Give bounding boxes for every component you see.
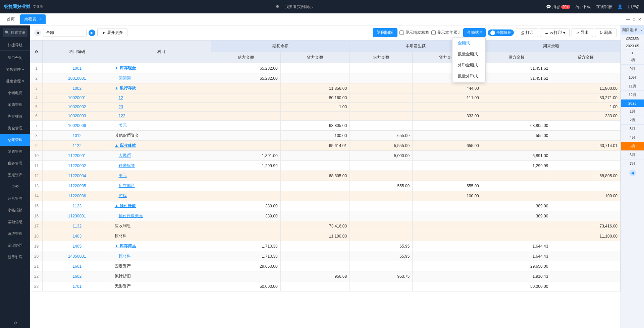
return-old-btn[interactable]: 返回旧版 (373, 28, 397, 37)
amount-style-btn[interactable]: 金额式 ^ (463, 28, 486, 37)
settings-icon[interactable]: ⚙ (276, 4, 279, 9)
sidebar-item-inventory[interactable]: 库存核算 (0, 111, 30, 122)
table-row[interactable]: 23 1701 无形资产 50,000.00 50,000.00 (31, 281, 621, 291)
row-code[interactable]: 10020001 (43, 93, 112, 103)
row-code[interactable]: 1403 (43, 231, 112, 241)
period-sep[interactable]: 9月 (621, 65, 644, 73)
row-code[interactable]: 11220005 (43, 181, 112, 191)
quick-nav-label[interactable]: 快捷导航 (0, 40, 30, 49)
sidebar-item-purchase[interactable]: 采购管理 (0, 99, 30, 111)
table-row[interactable]: 2 10010001 回回回 65,282.60 33,830.98 31,45… (31, 73, 621, 83)
period-jun[interactable]: 6月 (621, 151, 644, 159)
row-code[interactable]: 1405 (43, 241, 112, 251)
show-aux-checkbox[interactable]: 显示辅助核算 (399, 30, 429, 36)
table-settings-th[interactable]: ⚙ (31, 41, 43, 63)
print-btn[interactable]: 🖨 打印 (516, 28, 538, 37)
sidebar-settings-btn[interactable]: ⚙ (0, 318, 30, 328)
table-row[interactable]: 5 10020002 23 1.00 1.00 (31, 103, 621, 112)
row-name[interactable]: 其他货币资金 (112, 131, 211, 141)
year-total-checkbox-input[interactable] (431, 30, 436, 35)
window-maximize-btn[interactable]: □ (633, 17, 635, 22)
period-apr[interactable]: 4月 (621, 133, 644, 142)
table-row[interactable]: 7 10020006 美元 68,805.00 68,805.00 (31, 121, 621, 131)
window-close-btn[interactable]: ✕ (638, 17, 641, 22)
sidebar-item-project[interactable]: 项目合同 (0, 52, 30, 64)
window-minimize-btn[interactable]: — (626, 17, 630, 22)
table-row[interactable]: 12 11220004 美元 68,805.00 68,805.00 (31, 171, 621, 181)
expand-all-toggle[interactable]: 全部展开 (488, 29, 514, 36)
row-code[interactable]: 1123 (43, 201, 112, 211)
table-row[interactable]: 15 1123 ▲ 预付账款 389.00 389.00 (31, 201, 621, 211)
period-mar[interactable]: 3月 (621, 125, 644, 133)
service-btn[interactable]: 在线客服 (596, 4, 612, 10)
table-row[interactable]: 1 1001 ▲ 库存现金 65,282.60 33,830.98 31,451… (31, 63, 621, 73)
row-name[interactable]: 游戏 (112, 191, 211, 201)
row-name[interactable]: 美元 (112, 171, 211, 181)
sidebar-item-invoice[interactable]: 发票管理 (0, 146, 30, 157)
row-code[interactable]: 1002 (43, 83, 112, 93)
table-row[interactable]: 16 11230001 预付账款美元 389.00 389.00 (31, 211, 621, 221)
amount-style-option-2[interactable]: 外币金额式 (452, 60, 485, 71)
sidebar-search[interactable]: 🔍 搜索菜单 (0, 25, 30, 40)
sidebar-item-guide[interactable]: 新手引导 (0, 251, 30, 263)
table-row[interactable]: 19 1405 ▲ 库存商品 1,710.38 65.95 1,644.43 (31, 241, 621, 251)
refresh-btn[interactable]: ↻ 刷新 (595, 28, 616, 37)
row-code[interactable]: 1601 (43, 261, 112, 271)
table-row[interactable]: 11 11220002 往来标签 1,299.99 1,299.99 (31, 161, 621, 171)
table-row[interactable]: 8 1012 其他货币资金 100.00 655.00 555.00 (31, 131, 621, 141)
row-code[interactable]: 11220004 (43, 171, 112, 181)
row-name[interactable]: 无形资产 (112, 281, 211, 291)
row-name[interactable]: 人民币 (112, 151, 211, 161)
period-dec[interactable]: 12月 (621, 91, 644, 100)
row-code[interactable]: 1122 (43, 141, 112, 151)
row-code[interactable]: 1701 (43, 281, 112, 291)
row-name[interactable]: 原材料 (112, 251, 211, 261)
sidebar-item-operations[interactable]: 经营管理 (0, 193, 30, 204)
user-avatar[interactable]: 👤 (618, 4, 623, 9)
tab-home[interactable]: 首页 (3, 14, 19, 24)
row-name[interactable]: 原材料 (112, 231, 211, 241)
row-code[interactable]: 1602 (43, 271, 112, 281)
tab-balance[interactable]: 余额表 × (20, 14, 46, 24)
amount-style-option-3[interactable]: 数量外币式 (452, 71, 485, 82)
table-row[interactable]: 6 10020003 122 333.00 333.00 (31, 112, 621, 121)
messages-btn[interactable]: 💬 消息 99+ (546, 4, 570, 10)
show-year-total-checkbox[interactable]: 显示本年累计 (431, 30, 461, 36)
row-code[interactable]: 14050001 (43, 251, 112, 261)
sidebar-item-payroll[interactable]: 工资 (0, 181, 30, 193)
export-btn[interactable]: ↗ 导出 (572, 28, 593, 37)
demo-link[interactable]: 我要看实例演示 (285, 4, 313, 10)
row-code[interactable]: 10020003 (43, 112, 112, 121)
sidebar-item-wholesale[interactable]: 批发管理 ▾ (0, 75, 30, 87)
row-name[interactable]: ▲ 库存现金 (112, 63, 211, 73)
row-code[interactable]: 11220002 (43, 161, 112, 171)
sidebar-item-ecommerce[interactable]: 小畅电商 (0, 87, 30, 99)
row-code[interactable]: 11230001 (43, 211, 112, 221)
table-row[interactable]: 13 11220005 所在地区 555.00 555.00 (31, 181, 621, 191)
table-row[interactable]: 9 1122 ▲ 应收账款 65,614.01 5,555.00 655.00 … (31, 141, 621, 151)
right-panel-close-btn[interactable]: × (641, 28, 643, 32)
period-oct[interactable]: 10月 (621, 73, 644, 82)
row-code[interactable]: 1012 (43, 131, 112, 141)
table-row[interactable]: 22 1602 累计折旧 956.68 953.75 1,910.43 (31, 271, 621, 281)
table-row[interactable]: 17 1132 应收利息 73,416.00 73,416.00 (31, 221, 621, 231)
account-search-input[interactable] (43, 29, 87, 37)
amount-style-option-1[interactable]: 数量金额式 (452, 49, 485, 60)
row-name[interactable]: 应收利息 (112, 221, 211, 231)
row-name[interactable]: ▲ 银行存款 (112, 83, 211, 93)
sidebar-item-system[interactable]: 系统管理 (0, 228, 30, 240)
table-row[interactable]: 3 1002 ▲ 银行存款 11,356.00 444.00 11,800.00 (31, 83, 621, 93)
row-name[interactable]: 往来标签 (112, 161, 211, 171)
row-code[interactable]: 10010001 (43, 73, 112, 83)
period-jul[interactable]: 7月 (621, 159, 644, 168)
nav-back-btn[interactable]: ◀ (34, 29, 41, 36)
cloud-print-btn[interactable]: ☁ 云打印 ▾ (540, 28, 570, 37)
sidebar-item-sales[interactable]: 小畅报销 (0, 204, 30, 216)
row-name[interactable]: 美元 (112, 121, 211, 131)
sidebar-item-cooperation[interactable]: 企业协同 (0, 240, 30, 251)
table-row[interactable]: 21 1601 固定资产 29,650.00 29,650.00 (31, 261, 621, 271)
row-code[interactable]: 11220001 (43, 151, 112, 161)
row-name[interactable]: 12 (112, 93, 211, 103)
period-collapse-btn[interactable]: ◀ (629, 170, 636, 176)
row-name[interactable]: 23 (112, 103, 211, 112)
